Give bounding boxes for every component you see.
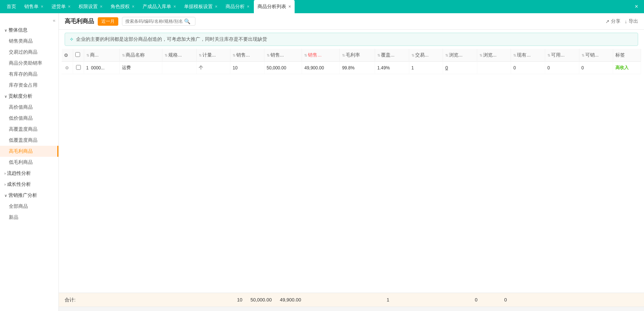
footer-coverage (333, 297, 362, 303)
nav-permission[interactable]: 权限设置 × (75, 0, 106, 13)
close-icon[interactable]: × (100, 4, 102, 9)
info-banner: ✧ 企业的主要的利润都是这部分商品创造的，可考虑加大推广，同时关注库存是不要出现… (65, 33, 638, 46)
close-icon[interactable]: × (132, 4, 134, 9)
sidebar-section-trend[interactable]: › 流趋性分析 (0, 168, 58, 179)
col-coverage[interactable]: ⇅ 覆盖... (375, 49, 409, 62)
sidebar-section-growth[interactable]: › 成长性分析 (0, 179, 58, 190)
search-icon[interactable]: 🔍 (184, 18, 190, 24)
col-sales-cost[interactable]: ⇅ 销售... (302, 49, 340, 62)
row-checkbox-cell[interactable] (73, 62, 84, 74)
top-nav: 首页 销售单 × 进货单 × 权限设置 × 角色授权 × 产成品入库单 × 单据… (0, 0, 644, 13)
export-icon: ↓ (625, 19, 627, 24)
sidebar-item-stock-capital[interactable]: 库存资金占用 (0, 80, 58, 91)
col-tag[interactable]: 标签 (613, 49, 641, 62)
select-all-checkbox[interactable] (75, 52, 80, 57)
nav-home[interactable]: 首页 (3, 0, 20, 13)
nav-template[interactable]: 单据模板设置 × (180, 0, 221, 13)
close-icon[interactable]: × (215, 4, 217, 9)
sidebar-item-high-margin[interactable]: 高毛利商品 (0, 146, 58, 157)
col-gross-margin[interactable]: ⇅ 毛利率 (340, 49, 375, 62)
row-coverage: 1.49% (375, 62, 409, 74)
footer-browse1 (392, 297, 421, 303)
share-button[interactable]: ↗ 分享 (605, 18, 620, 25)
sidebar-item-low-coverage[interactable]: 低覆盖度商品 (0, 135, 58, 146)
search-input[interactable] (125, 19, 184, 24)
col-settings[interactable]: ⚙ (62, 49, 73, 62)
row-checkbox[interactable] (76, 65, 81, 70)
sidebar-item-high-coverage[interactable]: 高覆盖度商品 (0, 124, 58, 135)
content-area: 高毛利商品 近一月 🔍 ↗ 分享 ↓ 导出 ✧ 企业的主要的利润都是这部分商品创… (59, 13, 644, 311)
sort-icon: ⇅ (199, 53, 202, 57)
footer-gross-margin (303, 297, 333, 303)
sidebar-item-traded-goods[interactable]: 交易过的商品 (0, 47, 58, 58)
sidebar-item-new-goods[interactable]: 新品 (0, 212, 58, 223)
sort-icon: ⇅ (377, 53, 380, 57)
main-layout: « ∨ 整体信息 销售类商品 交易过的商品 商品分类助销率 有库存的商品 库存资… (0, 13, 644, 311)
col-browse2[interactable]: ⇅ 浏览... (477, 49, 511, 62)
nav-purchase[interactable]: 进货单 × (48, 0, 74, 13)
footer-values: 10 50,000.00 49,900.00 1 0 0 (90, 297, 638, 303)
nav-sales[interactable]: 销售单 × (21, 0, 47, 13)
col-name[interactable]: ⇅ 商品名称 (120, 49, 162, 62)
footer-label: 合计: (65, 297, 76, 303)
sort-icon: ⇅ (582, 53, 584, 57)
col-checkbox[interactable] (73, 49, 84, 62)
sort-icon: ⇅ (547, 53, 550, 57)
sidebar-collapse-button[interactable]: « (0, 16, 58, 25)
col-sales-qty[interactable]: ⇅ 销售... (230, 49, 265, 62)
col-current-stock[interactable]: ⇅ 现有... (511, 49, 545, 62)
sort-icon: ⇅ (122, 53, 125, 57)
content-header: 高毛利商品 近一月 🔍 ↗ 分享 ↓ 导出 (59, 13, 644, 30)
col-sellable-stock[interactable]: ⇅ 可销... (579, 49, 613, 62)
nav-role[interactable]: 角色授权 × (107, 0, 138, 13)
col-code[interactable]: ⇅ 商... (84, 49, 120, 62)
date-filter-button[interactable]: 近一月 (98, 17, 118, 26)
search-box: 🔍 (122, 17, 195, 26)
sidebar-item-low-value[interactable]: 低价值商品 (0, 113, 58, 124)
export-button[interactable]: ↓ 导出 (625, 18, 638, 25)
sidebar-item-high-value[interactable]: 高价值商品 (0, 102, 58, 113)
window-close-icon[interactable]: × (632, 3, 641, 10)
nav-analysis-list[interactable]: 商品分析列表 × (254, 0, 295, 13)
row-settings[interactable]: ⚙ (62, 62, 73, 74)
sidebar: « ∨ 整体信息 销售类商品 交易过的商品 商品分类助销率 有库存的商品 库存资… (0, 13, 59, 311)
data-table: ⚙ ⇅ 商... ⇅ (62, 49, 641, 74)
horizontal-scrollbar[interactable] (59, 307, 644, 311)
sidebar-item-stocked-goods[interactable]: 有库存的商品 (0, 69, 58, 80)
col-trade[interactable]: ⇅ 交易... (409, 49, 443, 62)
row-unit: 个 (196, 62, 230, 74)
close-icon[interactable]: × (288, 4, 291, 9)
sidebar-item-all-goods[interactable]: 全部商品 (0, 201, 58, 212)
close-icon[interactable]: × (68, 4, 71, 9)
arrow-down-icon: ∨ (4, 28, 7, 32)
sort-icon: ⇅ (267, 53, 270, 57)
row-browse1[interactable]: 0 (443, 62, 477, 74)
row-sellable-stock: 0 (579, 62, 613, 74)
sidebar-item-category-rate[interactable]: 商品分类助销率 (0, 58, 58, 69)
row-gross-margin: 99.8% (340, 62, 375, 74)
sidebar-section-marketing[interactable]: ∨ 营销推广分析 (0, 190, 58, 201)
nav-analysis[interactable]: 商品分析 × (222, 0, 253, 13)
sort-icon: ⇅ (445, 53, 448, 57)
footer-sales-amount: 50,000.00 (245, 297, 274, 303)
row-sales-cost: 49,900.00 (302, 62, 340, 74)
close-icon[interactable]: × (247, 4, 249, 9)
col-unit[interactable]: ⇅ 计量... (196, 49, 230, 62)
col-spec[interactable]: ⇅ 规格... (162, 49, 197, 62)
table-container[interactable]: ⚙ ⇅ 商... ⇅ (59, 49, 644, 293)
arrow-right-icon: › (4, 171, 6, 176)
arrow-right-icon: › (4, 182, 6, 187)
nav-inbound[interactable]: 产成品入库单 × (139, 0, 180, 13)
sidebar-section-overall[interactable]: ∨ 整体信息 (0, 25, 58, 36)
col-sales-amount[interactable]: ⇅ 销售... (264, 49, 302, 62)
close-icon[interactable]: × (41, 4, 43, 9)
sidebar-item-low-margin[interactable]: 低毛利商品 (0, 157, 58, 168)
sort-icon: ⇅ (86, 53, 89, 57)
table-header-row: ⚙ ⇅ 商... ⇅ (62, 49, 641, 62)
col-browse1[interactable]: ⇅ 浏览... (443, 49, 477, 62)
col-available-stock[interactable]: ⇅ 可用... (545, 49, 579, 62)
sidebar-section-contribution[interactable]: ∨ 贡献度分析 (0, 91, 58, 102)
sidebar-item-sales-goods[interactable]: 销售类商品 (0, 36, 58, 47)
close-icon[interactable]: × (173, 4, 176, 9)
sort-icon: ⇅ (411, 53, 414, 57)
